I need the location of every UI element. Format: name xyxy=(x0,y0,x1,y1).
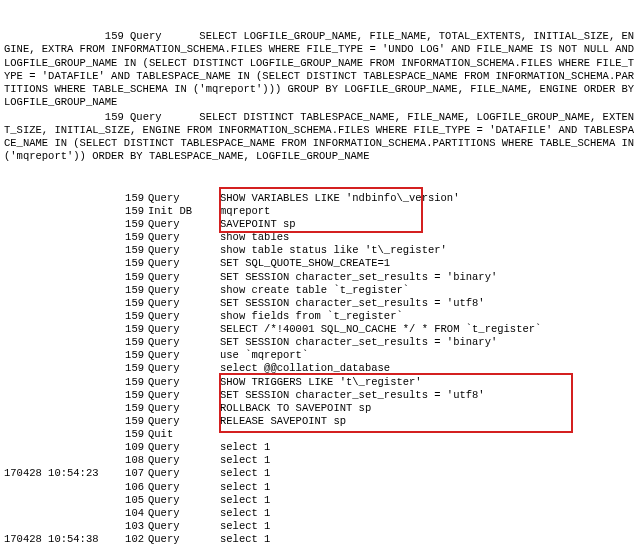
thread-id: 159 xyxy=(104,231,148,244)
command-argument: select 1 xyxy=(220,481,636,494)
command-argument: RELEASE SAVEPOINT sp xyxy=(220,415,636,428)
log-line: 159QuerySET SESSION character_set_result… xyxy=(4,389,636,402)
command-type: Query xyxy=(148,362,220,375)
timestamp xyxy=(4,362,104,375)
log-line: 159Queryshow fields from `t_register` xyxy=(4,310,636,323)
command-argument: select 1 xyxy=(220,507,636,520)
thread-id: 159 xyxy=(104,192,148,205)
log-line: 109Queryselect 1 xyxy=(4,441,636,454)
thread-id: 159 xyxy=(104,284,148,297)
thread-id: 104 xyxy=(104,507,148,520)
log-line: 159Init DBmqreport xyxy=(4,205,636,218)
command-type: Query xyxy=(148,520,220,533)
log-line: 159QuerySHOW TRIGGERS LIKE 't\_register' xyxy=(4,376,636,389)
thread-id: 105 xyxy=(104,494,148,507)
log-line: 159Queryselect @@collation_database xyxy=(4,362,636,375)
timestamp xyxy=(4,415,104,428)
command-type: Query xyxy=(148,494,220,507)
timestamp xyxy=(4,284,104,297)
log-line: 159QueryROLLBACK TO SAVEPOINT sp xyxy=(4,402,636,415)
thread-id: 109 xyxy=(104,441,148,454)
command-type: Query xyxy=(148,349,220,362)
command-argument: mqreport xyxy=(220,205,636,218)
command-type: Query xyxy=(148,389,220,402)
command-type: Query xyxy=(148,454,220,467)
command-type: Query xyxy=(148,271,220,284)
command-type: Query xyxy=(148,310,220,323)
thread-id: 159 xyxy=(104,310,148,323)
log-line: 159Queryshow create table `t_register` xyxy=(4,284,636,297)
thread-id: 108 xyxy=(104,454,148,467)
log-line: 159QuerySET SQL_QUOTE_SHOW_CREATE=1 xyxy=(4,257,636,270)
log-line: 170428 10:54:23107Queryselect 1 xyxy=(4,467,636,480)
command-type: Query xyxy=(148,441,220,454)
command-argument: show table status like 't\_register' xyxy=(220,244,636,257)
log-line: 159QuerySET SESSION character_set_result… xyxy=(4,271,636,284)
log-line: 159QueryRELEASE SAVEPOINT sp xyxy=(4,415,636,428)
command-argument: select 1 xyxy=(220,467,636,480)
timestamp xyxy=(4,389,104,402)
thread-id: 159 xyxy=(104,336,148,349)
command-type: Query xyxy=(148,218,220,231)
timestamp xyxy=(4,520,104,533)
log-line: 106Queryselect 1 xyxy=(4,481,636,494)
log-line: 104Queryselect 1 xyxy=(4,507,636,520)
timestamp xyxy=(4,192,104,205)
command-argument: show tables xyxy=(220,231,636,244)
timestamp xyxy=(4,494,104,507)
timestamp xyxy=(4,336,104,349)
command-type: Query xyxy=(148,376,220,389)
timestamp xyxy=(4,441,104,454)
thread-id: 103 xyxy=(104,520,148,533)
thread-id: 107 xyxy=(104,467,148,480)
timestamp xyxy=(4,205,104,218)
command-argument xyxy=(220,428,636,441)
log-line: 159Queryshow table status like 't\_regis… xyxy=(4,244,636,257)
command-argument: select 1 xyxy=(220,494,636,507)
command-type: Query xyxy=(148,533,220,544)
command-argument: show fields from `t_register` xyxy=(220,310,636,323)
timestamp xyxy=(4,481,104,494)
timestamp xyxy=(4,297,104,310)
timestamp xyxy=(4,323,104,336)
command-type: Query xyxy=(148,257,220,270)
thread-id: 159 xyxy=(104,257,148,270)
log-line: 103Queryselect 1 xyxy=(4,520,636,533)
log-line: 159QuerySAVEPOINT sp xyxy=(4,218,636,231)
command-type: Query xyxy=(148,402,220,415)
log-line: 108Queryselect 1 xyxy=(4,454,636,467)
timestamp xyxy=(4,428,104,441)
command-type: Query xyxy=(148,231,220,244)
timestamp xyxy=(4,454,104,467)
command-argument: select 1 xyxy=(220,454,636,467)
command-type: Query xyxy=(148,284,220,297)
log-line: 159QuerySHOW VARIABLES LIKE 'ndbinfo\_ve… xyxy=(4,192,636,205)
thread-id: 159 xyxy=(104,389,148,402)
log-line: 159QuerySET SESSION character_set_result… xyxy=(4,336,636,349)
timestamp xyxy=(4,402,104,415)
command-argument: select 1 xyxy=(220,533,636,544)
thread-id: 102 xyxy=(104,533,148,544)
command-argument: SAVEPOINT sp xyxy=(220,218,636,231)
command-argument: SET SESSION character_set_results = 'bin… xyxy=(220,336,636,349)
query-log: 159 Query SELECT LOGFILE_GROUP_NAME, FIL… xyxy=(4,4,636,544)
command-type: Query xyxy=(148,336,220,349)
timestamp xyxy=(4,231,104,244)
command-argument: show create table `t_register` xyxy=(220,284,636,297)
command-type: Query xyxy=(148,481,220,494)
thread-id: 159 xyxy=(104,244,148,257)
command-type: Query xyxy=(148,415,220,428)
timestamp: 170428 10:54:38 xyxy=(4,533,104,544)
command-type: Query xyxy=(148,192,220,205)
timestamp xyxy=(4,257,104,270)
thread-id: 159 xyxy=(104,323,148,336)
command-argument: select 1 xyxy=(220,441,636,454)
timestamp xyxy=(4,376,104,389)
command-argument: SELECT /*!40001 SQL_NO_CACHE */ * FROM `… xyxy=(220,323,636,336)
command-type: Query xyxy=(148,467,220,480)
timestamp xyxy=(4,218,104,231)
command-argument: select 1 xyxy=(220,520,636,533)
command-argument: SHOW TRIGGERS LIKE 't\_register' xyxy=(220,376,636,389)
thread-id: 159 xyxy=(104,362,148,375)
log-line: 159QuerySELECT /*!40001 SQL_NO_CACHE */ … xyxy=(4,323,636,336)
